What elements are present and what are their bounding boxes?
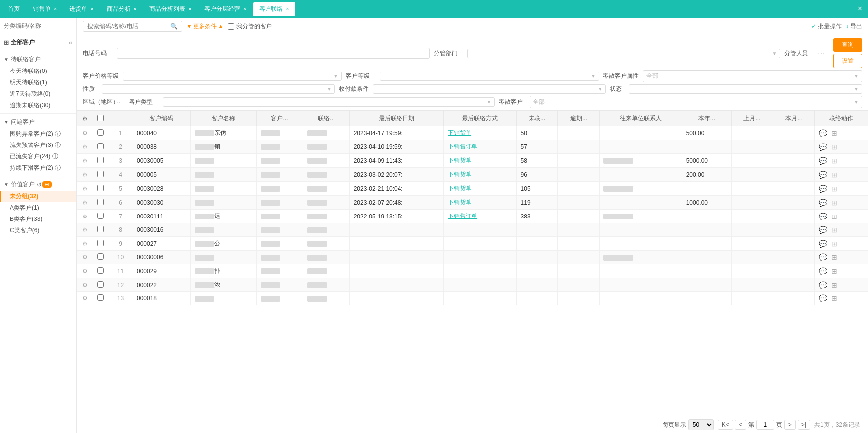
sidebar-search-input[interactable]	[4, 22, 77, 29]
phone-input[interactable]	[117, 48, 430, 59]
col-settings[interactable]: ⚙	[77, 111, 93, 126]
row-message-icon[interactable]: 💬	[819, 143, 827, 151]
export-btn[interactable]: ↓ 导出	[846, 22, 862, 31]
sidebar-item-tomorrow[interactable]: 明天待联络(1)	[0, 77, 76, 88]
nature-select[interactable]: ▼	[102, 84, 335, 94]
row-message-icon[interactable]: 💬	[819, 253, 827, 261]
row-checkbox-cell[interactable]	[93, 210, 108, 223]
row-settings[interactable]: ⚙	[77, 264, 93, 278]
row-grid-icon[interactable]: ⊞	[831, 143, 837, 151]
tab-product-analysis-list-close[interactable]: ×	[188, 6, 191, 12]
tab-product-analysis[interactable]: 商品分析 ×	[101, 2, 142, 16]
filter-search-input[interactable]	[87, 23, 168, 30]
row-grid-icon[interactable]: ⊞	[831, 157, 837, 165]
prev-page-btn[interactable]: <	[735, 420, 746, 430]
col-name[interactable]: 客户名称	[190, 111, 256, 126]
row-settings[interactable]: ⚙	[77, 251, 93, 264]
col-last-contact-date[interactable]: 最后联络日期	[349, 111, 443, 126]
row-checkbox[interactable]	[97, 213, 104, 219]
col-contact[interactable]: 联络...	[303, 111, 349, 126]
row-grid-icon[interactable]: ⊞	[831, 267, 837, 275]
page-number-input[interactable]	[756, 420, 774, 430]
row-message-icon[interactable]: 💬	[819, 294, 827, 302]
row-message-icon[interactable]: 💬	[819, 226, 827, 234]
tab-purchase[interactable]: 进货单 ×	[64, 2, 99, 16]
row-settings[interactable]: ⚙	[77, 210, 93, 223]
page-size-dropdown[interactable]: 50 100 200	[688, 419, 714, 430]
row-checkbox[interactable]	[97, 253, 104, 260]
tab-customer-segment-close[interactable]: ×	[243, 6, 246, 12]
price-level-select[interactable]: ▼	[123, 72, 342, 81]
row-checkbox[interactable]	[97, 294, 104, 301]
my-customers-checkbox-label[interactable]: 我分管的客户	[228, 22, 272, 31]
row-message-icon[interactable]: 💬	[819, 185, 827, 193]
sidebar-item-ungroup[interactable]: 未分组(32)	[0, 191, 76, 202]
sidebar-item-abnormal[interactable]: 囤购异常客户(2) ⓘ	[0, 128, 76, 140]
row-message-icon[interactable]: 💬	[819, 129, 827, 137]
row-grid-icon[interactable]: ⊞	[831, 171, 837, 179]
tab-product-analysis-close[interactable]: ×	[134, 6, 136, 12]
tab-customer-segment[interactable]: 客户分层经营 ×	[199, 2, 252, 16]
row-grid-icon[interactable]: ⊞	[831, 253, 837, 261]
row-message-icon[interactable]: 💬	[819, 213, 827, 220]
sidebar-section-value[interactable]: ▼ 价值客户 ↺ ⊕	[0, 178, 76, 191]
query-btn[interactable]: 查询	[833, 38, 862, 52]
col-unit-contact[interactable]: 往来单位联系人	[600, 111, 682, 126]
tab-sales-close[interactable]: ×	[54, 6, 57, 12]
row-settings[interactable]: ⚙	[77, 140, 93, 154]
refresh-icon[interactable]: ↺	[37, 181, 42, 188]
sidebar-item-churned[interactable]: 已流失客户(24) ⓘ	[0, 151, 76, 162]
row-checkbox-cell[interactable]	[93, 140, 108, 154]
sidebar-item-overdue[interactable]: 逾期未联络(30)	[0, 100, 76, 111]
customer-level-select[interactable]: ▼	[380, 72, 599, 81]
col-last-contact-method[interactable]: 最后联络方式	[444, 111, 516, 126]
col-last-month[interactable]: 上月...	[732, 111, 773, 126]
col-category[interactable]: 客户...	[257, 111, 303, 126]
row-checkbox[interactable]	[97, 129, 104, 136]
row-checkbox-cell[interactable]	[93, 182, 108, 196]
row-message-icon[interactable]: 💬	[819, 267, 827, 275]
row-checkbox[interactable]	[97, 281, 104, 288]
row-message-icon[interactable]: 💬	[819, 157, 827, 165]
sidebar-item-week[interactable]: 近7天待联络(0)	[0, 88, 76, 100]
row-grid-icon[interactable]: ⊞	[831, 185, 837, 193]
row-settings[interactable]: ⚙	[77, 237, 93, 251]
col-this-year[interactable]: 本年...	[682, 111, 731, 126]
row-last-contact-method[interactable]: 下销售订单	[444, 140, 516, 154]
row-grid-icon[interactable]: ⊞	[831, 226, 837, 234]
row-last-contact-method[interactable]: 下销货单	[444, 168, 516, 182]
retail-attr-select[interactable]: 全部▼	[643, 70, 862, 82]
status-select[interactable]: ▼	[629, 84, 862, 94]
row-settings[interactable]: ⚙	[77, 278, 93, 292]
row-checkbox-cell[interactable]	[93, 251, 108, 264]
row-grid-icon[interactable]: ⊞	[831, 281, 837, 289]
row-checkbox-cell[interactable]	[93, 196, 108, 210]
row-checkbox[interactable]	[97, 143, 104, 149]
tab-customer-contact[interactable]: 客户联络 ×	[253, 2, 295, 16]
row-checkbox-cell[interactable]	[93, 223, 108, 237]
next-page-btn[interactable]: >	[784, 420, 796, 430]
col-this-month[interactable]: 本月...	[773, 111, 814, 126]
payment-select[interactable]: ▼	[373, 84, 606, 94]
row-settings[interactable]: ⚙	[77, 196, 93, 210]
sidebar-item-class-c[interactable]: C类客户(6)	[0, 225, 76, 236]
row-message-icon[interactable]: 💬	[819, 199, 827, 207]
sidebar-item-declining[interactable]: 持续下滑客户(2) ⓘ	[0, 162, 76, 174]
row-last-contact-method[interactable]: 下销货单	[444, 154, 516, 168]
row-settings[interactable]: ⚙	[77, 126, 93, 140]
tab-customer-contact-close[interactable]: ×	[286, 6, 289, 12]
sidebar-item-today[interactable]: 今天待联络(0)	[0, 66, 76, 77]
row-grid-icon[interactable]: ⊞	[831, 213, 837, 220]
tab-home[interactable]: 首页	[2, 2, 26, 16]
filter-search-icon[interactable]: 🔍	[170, 23, 178, 30]
row-grid-icon[interactable]: ⊞	[831, 294, 837, 302]
my-customers-checkbox[interactable]	[228, 23, 234, 30]
row-grid-icon[interactable]: ⊞	[831, 199, 837, 207]
row-settings[interactable]: ⚙	[77, 168, 93, 182]
row-message-icon[interactable]: 💬	[819, 240, 827, 248]
row-checkbox[interactable]	[97, 199, 104, 205]
row-settings[interactable]: ⚙	[77, 154, 93, 168]
phone-field[interactable]	[120, 50, 426, 57]
row-checkbox-cell[interactable]	[93, 126, 108, 140]
row-last-contact-method[interactable]: 下销货单	[444, 182, 516, 196]
